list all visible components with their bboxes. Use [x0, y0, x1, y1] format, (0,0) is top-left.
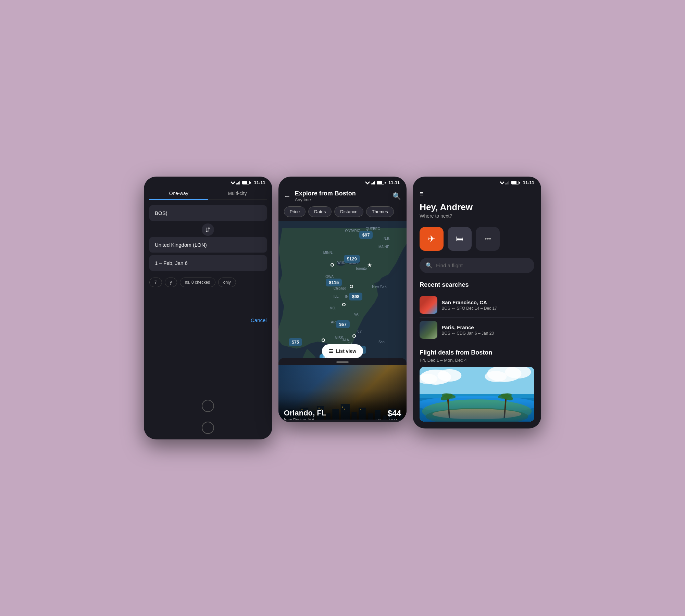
battery-icon — [242, 181, 250, 184]
from-field[interactable]: BOS) — [149, 205, 267, 221]
paris-city: Paris, France — [441, 324, 534, 330]
deals-dates: Fri, Dec 1 – Mon, Dec 4 — [420, 358, 534, 363]
time-display-2: 11:11 — [388, 180, 400, 185]
tab-one-way[interactable]: One-way — [149, 187, 208, 200]
phone-3-home: 11:11 ≡ Hey, Andrew Where to next? ✈ 🛏 •… — [413, 177, 541, 428]
dots-icon: ••• — [485, 235, 491, 243]
sf-route: BOS ↔ SFO Dec 14 – Dec 17 — [441, 306, 534, 311]
svg-rect-2 — [237, 183, 238, 184]
option-chip-2[interactable]: ns, 0 checked — [180, 278, 215, 287]
hotel-icon: 🛏 — [456, 234, 463, 243]
filter-chip-distance[interactable]: Distance — [334, 206, 363, 217]
svg-rect-45 — [509, 181, 509, 184]
hamburger-menu-button[interactable]: ≡ — [420, 190, 534, 198]
svg-point-57 — [426, 408, 528, 422]
option-chip-0[interactable]: 7 — [149, 278, 162, 287]
wifi-icon-2 — [365, 181, 370, 184]
price-pin-129a[interactable]: $129 — [344, 255, 360, 263]
to-value: United Kingdom (LON) — [155, 242, 207, 248]
status-icons-1 — [231, 181, 250, 184]
flights-action-button[interactable]: ✈ — [420, 227, 444, 251]
svg-point-56 — [422, 399, 532, 422]
map-star-boston: ★ — [367, 261, 372, 268]
option-chip-1[interactable]: y — [165, 278, 177, 287]
destination-image: Orlando, FL from Boston, MA $44 7 May – … — [278, 365, 407, 420]
sf-thumbnail — [420, 296, 437, 314]
destination-price: $44 — [374, 409, 401, 418]
wifi-icon-3 — [500, 181, 505, 184]
recent-item-sf[interactable]: San Francisco, CA BOS ↔ SFO Dec 14 – Dec… — [413, 293, 541, 317]
back-button[interactable]: ← — [284, 192, 291, 200]
search-button-map[interactable]: 🔍 — [393, 192, 401, 200]
greeting-subtitle: Where to next? — [420, 213, 534, 219]
map-title-block: Explore from Boston Anytime — [295, 190, 389, 202]
phones-container: 11:11 One-way Multi-city BOS) United Kin… — [144, 177, 541, 439]
cancel-button[interactable]: Cancel — [251, 317, 267, 323]
search-placeholder-text: Find a flight — [436, 262, 463, 268]
status-bar-2: 11:11 — [278, 177, 407, 187]
swap-button[interactable] — [202, 223, 214, 236]
svg-rect-54 — [420, 398, 534, 422]
hotels-action-button[interactable]: 🛏 — [448, 227, 472, 251]
price-pin-115[interactable]: $115 — [326, 279, 342, 286]
from-value: BOS) — [155, 210, 167, 216]
svg-rect-8 — [373, 182, 374, 184]
phone-2-map: 11:11 ← Explore from Boston Anytime 🔍 Pr… — [278, 177, 407, 422]
paris-route: BOS ↔ CDG Jan 6 – Jan 20 — [441, 331, 534, 336]
status-icons-3 — [500, 181, 519, 184]
destination-card[interactable]: Orlando, FL from Boston, MA $44 7 May – … — [278, 358, 407, 420]
filter-chip-themes[interactable]: Themes — [366, 206, 394, 217]
filter-chip-price[interactable]: Price — [284, 206, 306, 217]
greeting-text: Hey, Andrew — [420, 202, 534, 213]
price-pin-97[interactable]: $97 — [359, 231, 373, 239]
price-pin-67[interactable]: $67 — [336, 320, 350, 328]
option-chip-3[interactable]: only — [218, 278, 236, 287]
cancel-row: Cancel — [144, 312, 272, 329]
home-header: ≡ Hey, Andrew Where to next? — [413, 187, 541, 224]
price-pin-75[interactable]: $75 — [289, 338, 302, 346]
paris-info: Paris, France BOS ↔ CDG Jan 6 – Jan 20 — [441, 324, 534, 336]
more-action-button[interactable]: ••• — [476, 227, 500, 251]
filter-chip-dates[interactable]: Dates — [308, 206, 332, 217]
list-view-button[interactable]: ☰ List view — [322, 344, 363, 358]
svg-marker-5 — [365, 181, 370, 184]
filter-chips: Price Dates Distance Themes — [278, 206, 407, 221]
date-field[interactable]: 1 – Feb, Jan 6 — [149, 255, 267, 271]
recent-searches-title: Recent searches — [413, 281, 541, 288]
svg-point-12 — [336, 261, 345, 266]
tab-multi-city[interactable]: Multi-city — [208, 187, 266, 200]
destination-name: Orlando, FL — [284, 409, 374, 418]
map-header: ← Explore from Boston Anytime 🔍 — [278, 187, 407, 206]
paris-thumbnail — [420, 321, 437, 339]
deals-image[interactable] — [420, 367, 534, 422]
destination-info: Orlando, FL from Boston, MA — [284, 409, 374, 420]
map-title: Explore from Boston — [295, 190, 389, 197]
map-dot-6 — [322, 338, 325, 342]
recent-item-paris[interactable]: Paris, France BOS ↔ CDG Jan 6 – Jan 20 — [413, 318, 541, 342]
options-row: 7 y ns, 0 checked only — [144, 278, 272, 287]
search-bar[interactable]: 🔍 Find a flight — [420, 258, 534, 273]
destination-price-block: $44 7 May – 10 May — [374, 409, 401, 420]
wifi-icon — [231, 181, 235, 184]
signal-icon-3 — [506, 181, 510, 184]
search-tabs: One-way Multi-city — [149, 187, 267, 200]
svg-rect-1 — [236, 183, 237, 184]
svg-rect-6 — [371, 183, 372, 184]
sf-info: San Francisco, CA BOS ↔ SFO Dec 14 – Dec… — [441, 299, 534, 311]
deals-bg-svg — [420, 367, 534, 422]
date-value: 1 – Feb, Jan 6 — [155, 260, 188, 266]
svg-rect-44 — [508, 182, 508, 184]
svg-rect-4 — [239, 181, 240, 184]
plane-icon: ✈ — [428, 234, 435, 244]
svg-point-58 — [433, 409, 522, 419]
status-icons-2 — [365, 181, 384, 184]
battery-icon-3 — [511, 181, 519, 184]
search-icon: 🔍 — [426, 262, 433, 269]
home-indicator-circle — [202, 400, 214, 412]
svg-point-53 — [485, 371, 507, 382]
map-subtitle: Anytime — [295, 197, 389, 202]
map-area: ONTARIO QUÉBEC MINN. WIS. MICH. IOWA Chi… — [278, 221, 407, 420]
price-pin-98[interactable]: $98 — [349, 293, 363, 300]
to-field[interactable]: United Kingdom (LON) — [149, 237, 267, 253]
list-icon: ☰ — [329, 348, 333, 354]
